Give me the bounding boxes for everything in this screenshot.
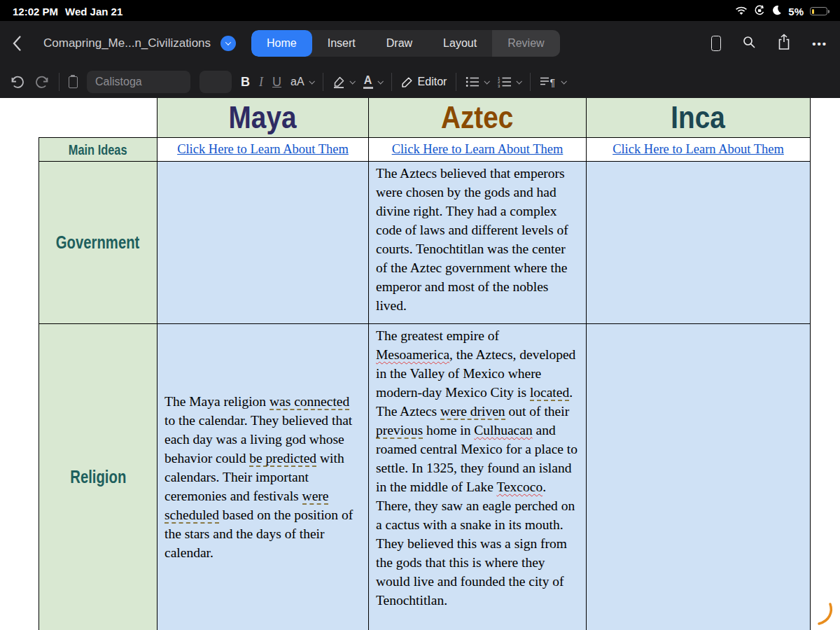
orientation-lock-icon <box>754 5 765 18</box>
maya-link-cell: Click Here to Learn About Them <box>158 138 369 162</box>
underline-button[interactable]: U <box>272 75 281 90</box>
redo-button[interactable] <box>34 76 50 89</box>
religion-aztec-text: The greatest empire of Mesoamerica, the … <box>369 324 586 610</box>
font-color-icon: A <box>363 75 373 90</box>
font-name-value: Calistoga <box>95 76 142 88</box>
pen-annotation <box>815 602 834 627</box>
header-maya[interactable]: Maya <box>158 98 369 138</box>
government-aztec-text: The Aztecs believed that emperors were c… <box>369 162 586 315</box>
title-dropdown-button[interactable] <box>220 36 236 51</box>
back-button[interactable] <box>13 36 32 51</box>
aztec-link-cell: Click Here to Learn About Them <box>369 138 587 162</box>
inca-link-cell: Click Here to Learn About Them <box>587 138 811 162</box>
numbered-list-icon: 1 2 3 <box>498 76 512 88</box>
font-size-picker[interactable] <box>200 71 232 93</box>
editor-button[interactable]: Editor <box>401 76 447 88</box>
inca-learn-link[interactable]: Click Here to Learn About Them <box>612 142 784 157</box>
share-icon[interactable] <box>777 34 791 53</box>
battery-percent: 5% <box>788 6 804 18</box>
font-color-menu[interactable]: A <box>363 75 382 90</box>
ribbon-tabs: Home Insert Draw Layout Review <box>251 30 560 57</box>
tab-review[interactable]: Review <box>492 30 559 57</box>
tab-insert[interactable]: Insert <box>312 30 371 57</box>
maya-learn-link[interactable]: Click Here to Learn About Them <box>177 142 349 157</box>
highlight-menu[interactable] <box>332 76 354 88</box>
header-inca[interactable]: Inca <box>587 98 811 138</box>
editor-pen-icon <box>401 76 413 88</box>
svg-text:3: 3 <box>498 84 500 88</box>
editor-label: Editor <box>418 76 447 88</box>
highlighter-icon <box>332 76 345 88</box>
religion-aztec-cell[interactable]: The greatest empire of Mesoamerica, the … <box>369 324 587 630</box>
nav-bar: Comapring_Me...n_Civilizations Home Inse… <box>0 21 840 66</box>
status-time: 12:02 PM <box>13 6 58 18</box>
religion-inca-cell[interactable] <box>587 324 811 630</box>
header-aztec[interactable]: Aztec <box>369 98 587 138</box>
paste-button[interactable] <box>69 76 78 88</box>
tab-home[interactable]: Home <box>251 30 312 57</box>
row-label-government[interactable]: Government <box>38 162 158 324</box>
text-size-menu[interactable]: aA <box>290 76 314 88</box>
bullet-list-menu[interactable] <box>465 76 489 88</box>
battery-icon <box>810 7 827 15</box>
tab-layout[interactable]: Layout <box>428 30 492 57</box>
focus-moon-icon <box>771 5 782 18</box>
svg-text:¶: ¶ <box>550 77 556 88</box>
comparison-table: Maya Aztec Inca Main Ideas Click Here to… <box>38 98 811 630</box>
government-aztec-cell[interactable]: The Aztecs believed that emperors were c… <box>369 162 587 324</box>
document-title: Comapring_Me...n_Civilizations <box>43 36 211 50</box>
paragraph-format-menu[interactable]: ¶ <box>540 76 566 88</box>
header-empty-cell[interactable] <box>38 98 158 138</box>
tab-draw[interactable]: Draw <box>371 30 428 57</box>
numbered-list-menu[interactable]: 1 2 3 <box>498 76 521 88</box>
status-date: Wed Jan 21 <box>65 6 122 18</box>
maya-heading: Maya <box>229 102 297 133</box>
more-options-icon[interactable]: ••• <box>812 38 827 50</box>
format-bar: Calistoga B I U aA A Editor <box>0 66 840 98</box>
bullet-list-icon <box>465 76 479 88</box>
religion-maya-text: The Maya religion was connected to the c… <box>158 392 368 562</box>
paragraph-icon: ¶ <box>540 76 556 88</box>
mobile-view-icon[interactable] <box>711 36 721 51</box>
bold-button[interactable]: B <box>241 75 250 90</box>
aztec-heading: Aztec <box>441 102 513 133</box>
font-name-picker[interactable]: Calistoga <box>87 71 190 93</box>
inca-heading: Inca <box>671 102 725 133</box>
government-maya-cell[interactable] <box>158 162 369 324</box>
undo-button[interactable] <box>10 76 25 89</box>
document-canvas[interactable]: Maya Aztec Inca Main Ideas Click Here to… <box>0 98 840 630</box>
screen: 12:02 PM Wed Jan 21 <box>0 0 840 630</box>
row-label-main-ideas[interactable]: Main Ideas <box>38 138 158 162</box>
text-size-label: aA <box>290 76 304 88</box>
italic-button[interactable]: I <box>259 75 263 90</box>
religion-maya-cell[interactable]: The Maya religion was connected to the c… <box>158 324 369 630</box>
government-inca-cell[interactable] <box>587 162 811 324</box>
search-icon[interactable] <box>742 35 756 52</box>
aztec-learn-link[interactable]: Click Here to Learn About Them <box>392 142 564 157</box>
row-label-religion[interactable]: Religion <box>38 324 158 630</box>
status-bar: 12:02 PM Wed Jan 21 <box>0 0 840 21</box>
wifi-icon <box>735 6 748 18</box>
